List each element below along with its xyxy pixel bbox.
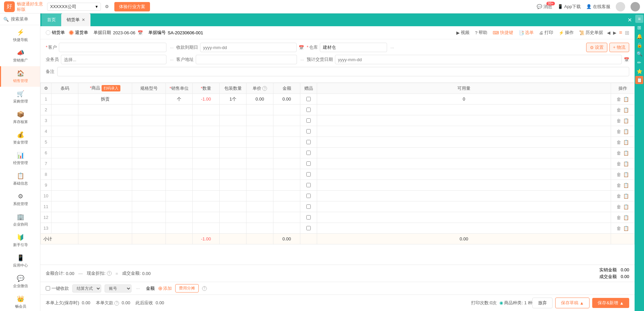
cell-product-10[interactable]	[78, 191, 132, 201]
delivery-calendar-icon[interactable]: 📅	[624, 57, 629, 62]
logistics-btn[interactable]: + 物流	[609, 43, 629, 52]
cell-qty-1[interactable]: -1.00	[193, 94, 220, 105]
cell-unit-5[interactable]	[166, 137, 193, 148]
operation-btn[interactable]: ⚡ 操作	[557, 29, 575, 36]
date-calendar-icon[interactable]: 📅	[138, 30, 143, 35]
sidebar-item-operations[interactable]: 📊 经营管理	[0, 148, 40, 169]
cell-qty-3[interactable]	[193, 115, 220, 126]
cell-barcode-1[interactable]	[51, 94, 78, 105]
sidebar-item-member[interactable]: 👑 畅会员	[0, 292, 40, 311]
delete-btn-4[interactable]: 🗑	[616, 129, 621, 134]
account-dots-btn[interactable]: ···	[136, 286, 140, 291]
cell-unit-10[interactable]	[166, 191, 193, 201]
cell-pkg-qty-1[interactable]: 1个	[220, 94, 247, 105]
cell-unit-price-13[interactable]	[247, 223, 273, 234]
right-panel-search-btn[interactable]: 🔍	[635, 50, 643, 58]
cell-product-11[interactable]	[78, 201, 132, 212]
app-download-btn[interactable]: 📱 App下载	[558, 4, 581, 10]
delete-btn-5[interactable]: 🗑	[616, 140, 621, 145]
cell-gift-4[interactable]	[300, 126, 317, 137]
cell-gift-12[interactable]	[300, 212, 317, 223]
save-draft-btn[interactable]: 保存草稿 ▲	[555, 298, 590, 308]
cell-product-2[interactable]	[78, 105, 132, 115]
settings-icon[interactable]: ⚙	[102, 2, 112, 11]
delete-btn-10[interactable]: 🗑	[616, 193, 621, 199]
cell-unit-price-8[interactable]	[247, 169, 273, 180]
cell-unit-price-3[interactable]	[247, 115, 273, 126]
gift-checkbox-7[interactable]	[306, 161, 311, 166]
cell-pkg-qty-10[interactable]	[220, 191, 247, 201]
cell-unit-price-10[interactable]	[247, 191, 273, 201]
debt-help-icon[interactable]: ?	[114, 301, 119, 306]
tab-home[interactable]: 首页	[42, 13, 61, 26]
history-btn[interactable]: 📜 历史单据	[578, 29, 604, 36]
cell-unit-8[interactable]	[166, 169, 193, 180]
cell-amount-2[interactable]	[273, 105, 300, 115]
cell-amount-9[interactable]	[273, 180, 300, 191]
cell-unit-price-12[interactable]	[247, 212, 273, 223]
cell-gift-13[interactable]	[300, 223, 317, 234]
cell-unit-price-4[interactable]	[247, 126, 273, 137]
cell-gift-3[interactable]	[300, 115, 317, 126]
cell-pkg-qty-7[interactable]	[220, 158, 247, 169]
customer-dots-btn[interactable]: ···	[170, 45, 174, 50]
sidebar-item-system[interactable]: ⚙ 系统管理	[0, 189, 40, 210]
gift-checkbox-4[interactable]	[306, 129, 311, 133]
cell-barcode-7[interactable]	[51, 158, 78, 169]
right-panel-bell-btn[interactable]: 🔔	[635, 32, 643, 40]
cell-gift-7[interactable]	[300, 158, 317, 169]
cell-amount-13[interactable]	[273, 223, 300, 234]
one-click-payment-checkbox[interactable]	[46, 286, 50, 290]
cell-amount-6[interactable]	[273, 148, 300, 158]
cell-spec-5[interactable]	[132, 137, 166, 148]
cell-gift-9[interactable]	[300, 180, 317, 191]
sidebar-item-finance[interactable]: 💰 资金管理	[0, 128, 40, 148]
gift-checkbox-5[interactable]	[306, 140, 311, 144]
cell-unit-11[interactable]	[166, 201, 193, 212]
gift-checkbox-8[interactable]	[306, 172, 311, 177]
message-btn[interactable]: 💬 消息 99+	[537, 4, 552, 10]
cell-amount-10[interactable]	[273, 191, 300, 201]
cell-pkg-qty-3[interactable]	[220, 115, 247, 126]
cell-spec-4[interactable]	[132, 126, 166, 137]
cell-qty-7[interactable]	[193, 158, 220, 169]
video-btn[interactable]: ▶ 视频	[455, 29, 471, 36]
cell-gift-10[interactable]	[300, 191, 317, 201]
unit-price-help-icon[interactable]: ?	[262, 86, 267, 91]
cell-amount-1[interactable]: 0.00	[273, 94, 300, 105]
cell-product-12[interactable]	[78, 212, 132, 223]
cell-qty-10[interactable]	[193, 191, 220, 201]
delete-btn-11[interactable]: 🗑	[616, 204, 621, 209]
cell-pkg-qty-11[interactable]	[220, 201, 247, 212]
cell-pkg-qty-13[interactable]	[220, 223, 247, 234]
delete-btn-8[interactable]: 🗑	[616, 172, 621, 177]
expense-help-icon[interactable]: ?	[202, 286, 207, 291]
cell-pkg-qty-12[interactable]	[220, 212, 247, 223]
cell-barcode-12[interactable]	[51, 212, 78, 223]
grid-view-icon[interactable]: ⊞	[625, 30, 629, 36]
cell-gift-11[interactable]	[300, 201, 317, 212]
cell-amount-3[interactable]	[273, 115, 300, 126]
cell-amount-8[interactable]	[273, 169, 300, 180]
cell-qty-6[interactable]	[193, 148, 220, 158]
salesperson-dots-btn[interactable]: ···	[170, 57, 174, 62]
list-view-icon[interactable]: ≡	[619, 30, 622, 36]
sidebar-item-app-center[interactable]: 📱 应用中心	[0, 251, 40, 271]
cell-barcode-4[interactable]	[51, 126, 78, 137]
cell-unit-price-1[interactable]: 0.00	[247, 94, 273, 105]
cell-spec-9[interactable]	[132, 180, 166, 191]
shortcut-btn[interactable]: ⌨ 快捷键	[491, 29, 515, 36]
right-panel-star-btn[interactable]: ⭐	[635, 67, 643, 75]
cell-product-3[interactable]	[78, 115, 132, 126]
customer-input[interactable]	[59, 43, 166, 52]
right-panel-orange-btn[interactable]: 📋	[635, 76, 643, 84]
warehouse-input[interactable]	[320, 43, 387, 52]
delete-btn-13[interactable]: 🗑	[616, 226, 621, 231]
cell-product-4[interactable]	[78, 126, 132, 137]
delete-btn-1[interactable]: 🗑	[616, 96, 621, 102]
cell-barcode-13[interactable]	[51, 223, 78, 234]
copy-btn-5[interactable]: 📋	[623, 140, 629, 145]
scan-btn[interactable]: 扫码录入	[102, 85, 120, 91]
cell-unit-7[interactable]	[166, 158, 193, 169]
online-service-btn[interactable]: 👤 在线客服	[586, 4, 610, 10]
